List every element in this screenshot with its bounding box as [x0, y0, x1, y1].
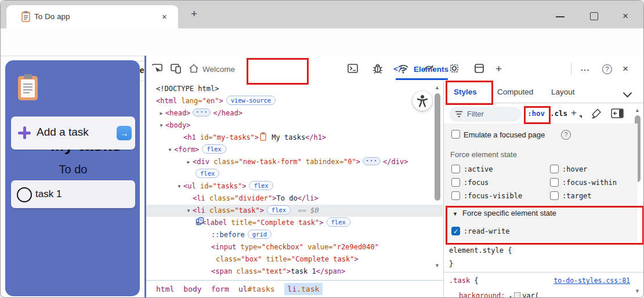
collapsed-content-icon[interactable]: ···	[363, 157, 381, 165]
styles-scroll-down-icon[interactable]: ▼	[635, 288, 640, 294]
dom-scroll-down-icon[interactable]: ▼	[435, 263, 440, 268]
expand-arrow-open-icon[interactable]: ▼	[194, 217, 202, 229]
devtools-help-icon[interactable]: ?	[602, 64, 612, 74]
window-close-button[interactable]: ×	[623, 10, 628, 22]
styles-panel: StylesComputedLayout Filter :hov .cls + …	[443, 82, 644, 297]
element-style-selector[interactable]: element.style {	[449, 246, 512, 255]
chevron-down-icon[interactable]	[623, 89, 632, 98]
breadcrumb-item-body[interactable]: body	[183, 285, 201, 293]
task-item[interactable]: task 1	[11, 180, 135, 208]
dom-tree-line[interactable]: <html lang="en">view-source	[146, 95, 443, 107]
expand-arrow-open-icon[interactable]: ▼	[157, 119, 165, 132]
console-icon[interactable]	[346, 62, 359, 75]
clipped-css-property: background: ▸var(	[459, 292, 539, 297]
layout-badge[interactable]: flex	[202, 144, 226, 154]
dom-token-pseudo: ::before	[211, 231, 245, 239]
state-checkbox-focus-visible[interactable]	[451, 191, 460, 200]
toggle-hov-button[interactable]: :hov	[527, 109, 545, 118]
dom-tree-line[interactable]: <span class="text">task 1</span>	[146, 266, 443, 278]
network-wifi-icon[interactable]	[397, 62, 410, 75]
state-label-hover: :hover	[562, 165, 587, 173]
device-emulation-icon[interactable]	[169, 62, 182, 75]
help-question-icon[interactable]: ?	[561, 130, 571, 140]
new-tab-button[interactable]: +	[191, 8, 197, 20]
performance-gauge-icon[interactable]	[422, 62, 435, 75]
dom-tree-line[interactable]: ▶<head>···</head>	[146, 107, 443, 119]
accessibility-person-icon	[413, 91, 432, 111]
layout-badge[interactable]: flex	[249, 181, 273, 190]
dom-tree-line[interactable]: <input type="checkbox" value="r2e9ed040"	[146, 241, 443, 253]
dom-token-attr: value=	[303, 243, 333, 251]
window-minimize-button[interactable]	[556, 16, 565, 17]
tab-close-icon[interactable]: ×	[162, 12, 167, 21]
emulate-focused-page-checkbox[interactable]	[451, 130, 460, 139]
dom-tree-line[interactable]: <li class="divider">To do</li>	[146, 192, 443, 205]
dom-tree-line[interactable]: ▼<label title="Complete task">flex	[146, 217, 443, 229]
dom-tree-line[interactable]: ▼<body>	[146, 119, 443, 132]
rendering-brush-icon[interactable]	[591, 108, 602, 119]
state-checkbox-focus-within[interactable]	[550, 178, 559, 187]
dom-tree-line[interactable]: class="box" title="Complete task">	[146, 253, 443, 266]
window-maximize-button[interactable]	[590, 12, 598, 20]
styles-scroll-up-icon[interactable]: ▲	[635, 107, 640, 113]
bug-issues-icon[interactable]	[371, 62, 384, 75]
dom-scrollbar-thumb[interactable]	[435, 93, 440, 201]
dom-scroll-up-icon[interactable]: ▲	[435, 85, 440, 90]
new-style-rule-button[interactable]: +	[571, 107, 577, 119]
dom-token-tag: <span	[211, 267, 232, 275]
state-checkbox-active[interactable]	[451, 165, 460, 173]
collapsed-content-icon[interactable]: ···	[193, 108, 211, 117]
collapse-triangle-icon[interactable]: ▼	[453, 211, 458, 217]
layout-badge[interactable]: flex	[267, 205, 291, 215]
task-checkbox[interactable]	[17, 187, 32, 202]
layout-badge[interactable]: flex	[196, 169, 219, 178]
devtools-close-icon[interactable]: ×	[623, 63, 628, 75]
state-checkbox-hover[interactable]	[550, 165, 559, 173]
styles-tab-layout[interactable]: Layout	[551, 88, 575, 96]
dom-tree-line[interactable]: ::beforegrid	[146, 229, 443, 241]
layout-badge[interactable]: grid	[248, 230, 272, 239]
dom-tree-line[interactable]: ▶<div class="new-task-form" tabindex="0"…	[146, 156, 443, 168]
accessibility-overlay-button[interactable]	[413, 91, 432, 111]
dom-tree-line[interactable]: ▼<ul id="tasks">flex	[146, 180, 443, 192]
stylesheet-link[interactable]: to-do-styles.css:81	[553, 277, 630, 285]
breadcrumb-item-html[interactable]: html	[156, 285, 174, 293]
inspect-element-icon[interactable]	[151, 62, 164, 75]
dom-token-val: "r2e9ed040"	[333, 243, 379, 251]
layout-badge[interactable]: flex	[327, 217, 350, 227]
layout-badge[interactable]: view-source	[226, 96, 276, 105]
dom-tree-line-selected[interactable]: ▼<li class="task">flex == $0	[146, 205, 443, 217]
task-rule-selector[interactable]: .task {	[449, 277, 479, 285]
breadcrumb-item-form[interactable]: form	[211, 285, 229, 293]
expand-arrow-open-icon[interactable]: ▼	[166, 144, 174, 156]
dom-tree-line[interactable]: <!DOCTYPE html>	[146, 83, 443, 95]
home-icon[interactable]	[187, 62, 200, 75]
expand-arrow-closed-icon[interactable]: ▶	[157, 107, 165, 119]
dock-panel-icon[interactable]	[611, 108, 624, 118]
styles-tab-styles[interactable]: Styles	[454, 88, 477, 96]
dom-token-attr: title=	[262, 255, 291, 263]
browser-tab[interactable]: To Do app ×	[6, 5, 178, 28]
state-checkbox-target[interactable]	[550, 191, 559, 200]
expand-arrow-open-icon[interactable]: ▼	[175, 180, 183, 192]
expand-arrow-closed-icon[interactable]: ▶	[184, 156, 193, 168]
more-tools-add-icon[interactable]: +	[495, 63, 502, 75]
dom-token-val: "tasks"	[213, 182, 243, 190]
state-checkbox-focus[interactable]	[451, 178, 460, 187]
add-task-card[interactable]: Add a task →	[11, 117, 135, 150]
dom-tree-line[interactable]: ▼<form>flex	[146, 144, 443, 156]
application-layout-icon[interactable]	[473, 62, 486, 75]
read-write-checkbox[interactable]: ✓	[451, 227, 460, 235]
add-task-submit-button[interactable]: →	[117, 126, 132, 140]
breadcrumb-item-li.task[interactable]: li.task	[284, 283, 323, 295]
tab-welcome[interactable]: Welcome	[202, 65, 235, 74]
styles-tab-computed[interactable]: Computed	[497, 88, 533, 96]
breadcrumb-item-ul#tasks[interactable]: ul#tasks	[238, 285, 275, 293]
expand-arrow-open-icon[interactable]: ▼	[184, 205, 193, 217]
toggle-cls-button[interactable]: .cls	[550, 109, 567, 118]
devtools-menu-icon[interactable]: ···	[581, 66, 590, 74]
dom-tree-line[interactable]: flex	[146, 168, 443, 180]
memory-chip-icon[interactable]	[448, 62, 461, 75]
dom-token-attr: type=	[236, 243, 261, 251]
dom-tree-line[interactable]: <h1 id="my-tasks"> My tasks</h1>	[146, 132, 443, 144]
